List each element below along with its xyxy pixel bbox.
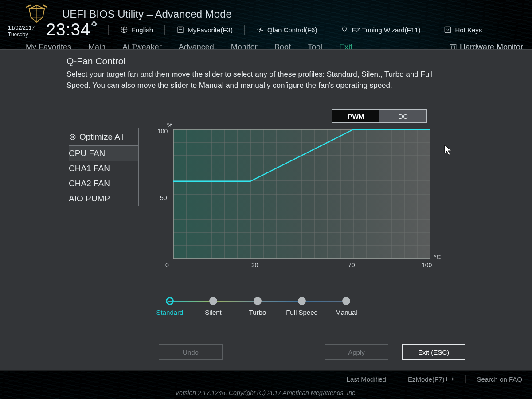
svg-rect-6 [451, 46, 455, 49]
profile-label-manual: Manual [335, 309, 357, 316]
help-icon: ? [444, 26, 452, 34]
system-time: 23:34 [46, 20, 90, 39]
ezmode-link[interactable]: EzMode(F7) [408, 376, 455, 383]
date-value: 11/02/2117 [8, 25, 35, 31]
ez-tuning-button[interactable]: EZ Tuning Wizard(F11) [340, 26, 420, 34]
hotkeys-label: Hot Keys [455, 26, 482, 34]
optimize-all-button[interactable]: Optimize All [69, 130, 138, 146]
fan-cha1[interactable]: CHA1 FAN [69, 161, 138, 176]
svg-point-8 [72, 136, 74, 138]
toolbar-divider [164, 25, 165, 35]
toolbar-divider [108, 25, 109, 35]
header-toolbar: English MyFavorite(F3) Qfan Control(F6) … [108, 25, 482, 35]
toolbar-divider [329, 25, 329, 35]
profile-label-fullspeed: Full Speed [286, 309, 318, 316]
qfan-control-panel: Q-Fan Control Select your target fan and… [0, 49, 532, 371]
footer-bar: Last Modified EzMode(F7) Search on FAQ [0, 372, 532, 386]
y-tick-100: 100 [157, 128, 168, 135]
svg-point-2 [259, 29, 261, 31]
svg-point-7 [70, 134, 75, 140]
footer-divider [466, 375, 466, 383]
x-tick-30: 30 [251, 262, 258, 269]
system-date: 11/02/2117 Tuesday [8, 25, 35, 38]
fan-curve-plot[interactable] [173, 129, 430, 259]
last-modified-link[interactable]: Last Modified [347, 376, 386, 383]
profile-label-silent: Silent [205, 309, 222, 316]
mode-pwm[interactable]: PWM [332, 110, 379, 122]
apply-button[interactable]: Apply [325, 344, 388, 360]
top-bar: UEFI BIOS Utility – Advanced Mode 11/02/… [0, 0, 532, 43]
panel-title: Q-Fan Control [66, 56, 466, 66]
profile-stop-turbo[interactable] [254, 297, 262, 305]
x-tick-0: 0 [165, 262, 169, 269]
profile-label-turbo: Turbo [249, 309, 266, 316]
day-value: Tuesday [8, 31, 28, 38]
panel-button-row: Apply Exit (ESC) [0, 344, 532, 360]
myfavorite-button[interactable]: MyFavorite(F3) [176, 26, 233, 34]
toolbar-divider [244, 25, 245, 35]
globe-icon [120, 26, 128, 34]
settings-gear-icon[interactable] [90, 20, 98, 30]
x-axis-unit: °C [434, 254, 441, 261]
x-tick-100: 100 [422, 262, 432, 269]
myfavorite-label: MyFavorite(F3) [188, 26, 233, 34]
svg-text:?: ? [447, 27, 450, 32]
faq-link[interactable]: Search on FAQ [477, 376, 522, 383]
profile-stop-fullspeed[interactable] [298, 297, 306, 305]
exit-arrow-icon [446, 376, 455, 382]
fan-cha2[interactable]: CHA2 FAN [69, 176, 138, 191]
profile-stop-manual[interactable] [342, 297, 350, 305]
language-selector[interactable]: English [120, 26, 153, 34]
profile-stop-silent[interactable] [209, 297, 217, 305]
fan-cpu[interactable]: CPU FAN [69, 146, 138, 161]
mode-dc[interactable]: DC [379, 110, 426, 122]
x-tick-70: 70 [348, 262, 355, 269]
footer-divider [397, 375, 397, 383]
y-tick-50: 50 [160, 194, 167, 201]
panel-description: Select your target fan and then move the… [66, 69, 457, 91]
y-axis-unit: % [167, 121, 172, 129]
fan-aio[interactable]: AIO PUMP [69, 191, 138, 206]
book-icon [176, 26, 184, 34]
target-icon [69, 133, 77, 141]
qfan-label: Qfan Control(F6) [267, 26, 317, 34]
profile-stop-standard[interactable] [166, 297, 174, 305]
hotkeys-button[interactable]: ? Hot Keys [444, 26, 482, 34]
exit-button[interactable]: Exit (ESC) [402, 344, 466, 360]
fan-list: Optimize All CPU FAN CHA1 FAN CHA2 FAN A… [69, 128, 139, 206]
svg-rect-1 [178, 27, 183, 33]
optimize-all-label: Optimize All [79, 132, 124, 142]
qfan-control-button[interactable]: Qfan Control(F6) [256, 26, 317, 34]
ezmode-label: EzMode(F7) [408, 376, 445, 383]
fan-icon [256, 26, 264, 34]
copyright-text: Version 2.17.1246. Copyright (C) 2017 Am… [0, 389, 532, 396]
language-label: English [131, 26, 153, 34]
profile-slider[interactable]: Standard Silent Turbo Full Speed Manual [164, 294, 350, 326]
eztune-label: EZ Tuning Wizard(F11) [352, 26, 420, 34]
fan-curve-chart: % 100 50 0 30 70 100 °C [157, 121, 441, 272]
app-title: UEFI BIOS Utility – Advanced Mode [62, 8, 232, 20]
toolbar-divider [432, 25, 432, 35]
bulb-icon [340, 26, 348, 34]
profile-label-standard: Standard [156, 309, 184, 316]
